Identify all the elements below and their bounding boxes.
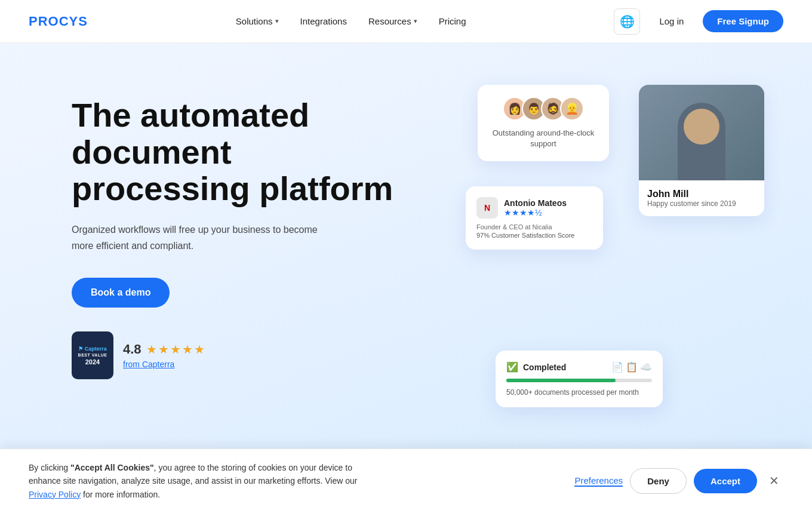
nav-resources[interactable]: Resources ▾	[360, 11, 426, 31]
capterra-info: 4.8 ★★★★★ from Capterra	[123, 342, 206, 369]
solutions-label: Solutions	[236, 16, 273, 26]
avatar-4: 👱	[560, 97, 584, 121]
testimonial-logo: N	[476, 197, 498, 219]
completed-card: ✅ Completed 📄 📋 ☁️ 50,000+ documents pro…	[496, 351, 663, 407]
avatar-row: 👩 👨 🧔 👱	[503, 97, 584, 121]
cloud-icon: ☁️	[640, 361, 652, 373]
demo-button[interactable]: Book a demo	[72, 278, 170, 308]
progress-bar-background	[506, 379, 652, 382]
doc-icon-2: 📋	[626, 361, 638, 373]
stars-icon: ★★★★★	[146, 342, 206, 357]
accept-button[interactable]: Accept	[694, 469, 757, 492]
capterra-row: ⚑ Capterra BEST VALUE 2024 4.8 ★★★★★ fro…	[72, 331, 394, 379]
docs-count: 50,000+ documents processed per month	[506, 388, 652, 397]
cookie-actions: Preferences Deny Accept ✕	[574, 468, 783, 492]
completed-header: ✅ Completed 📄 📋 ☁️	[506, 361, 652, 373]
cookie-text-end: for more information.	[81, 490, 160, 492]
testimonial-score: 97% Customer Satisfaction Score	[476, 232, 592, 239]
support-text: Outstanding around-the-clock support	[490, 128, 597, 149]
john-card: John Mill Happy customer since 2019	[639, 85, 764, 216]
john-name: John Mill	[647, 189, 756, 199]
integrations-label: Integrations	[300, 16, 347, 26]
john-info: John Mill Happy customer since 2019	[639, 180, 764, 216]
capterra-badge: ⚑ Capterra BEST VALUE 2024	[72, 331, 113, 379]
privacy-policy-link[interactable]: Privacy Policy	[29, 490, 81, 492]
testimonial-info: Antonio Mateos ★★★★½	[504, 198, 567, 217]
logo[interactable]: PROCYS	[29, 14, 88, 29]
testimonial-role: Founder & CEO at Nicalia	[476, 223, 592, 231]
nav-solutions[interactable]: Solutions ▾	[227, 11, 287, 31]
resources-chevron-icon: ▾	[414, 17, 417, 25]
preferences-link[interactable]: Preferences	[574, 475, 623, 487]
login-button[interactable]: Log in	[647, 10, 696, 32]
check-icon: ✅	[506, 361, 518, 373]
testimonial-card: N Antonio Mateos ★★★★½ Founder & CEO at …	[466, 186, 603, 250]
john-subtitle: Happy customer since 2019	[647, 199, 756, 208]
cookie-text-before: By clicking	[29, 463, 70, 472]
john-photo	[639, 85, 764, 180]
globe-icon: 🌐	[620, 14, 635, 29]
nav-pricing[interactable]: Pricing	[430, 11, 475, 31]
language-selector-button[interactable]: 🌐	[614, 8, 640, 35]
capterra-best-value: BEST VALUE	[78, 353, 107, 357]
solutions-chevron-icon: ▾	[275, 17, 279, 25]
hero-left: The automated document processing platfo…	[72, 85, 394, 379]
nav-right: 🌐 Log in Free Signup	[614, 8, 783, 35]
capterra-rating: 4.8 ★★★★★	[123, 342, 206, 357]
support-card: 👩 👨 🧔 👱 Outstanding around-the-clock sup…	[478, 85, 609, 161]
cookie-text: By clicking "Accept All Cookies", you ag…	[29, 461, 375, 492]
pricing-label: Pricing	[439, 16, 466, 26]
progress-bar-fill	[506, 379, 616, 382]
nav-links: Solutions ▾ Integrations Resources ▾ Pri…	[227, 11, 475, 31]
rating-number: 4.8	[123, 342, 142, 357]
hero-title: The automated document processing platfo…	[72, 97, 394, 207]
navbar: PROCYS Solutions ▾ Integrations Resource…	[0, 0, 812, 43]
deny-button[interactable]: Deny	[630, 468, 687, 492]
capterra-link[interactable]: from Capterra	[123, 360, 206, 369]
signup-button[interactable]: Free Signup	[703, 10, 783, 32]
nav-integrations[interactable]: Integrations	[292, 11, 355, 31]
testimonial-name: Antonio Mateos	[504, 198, 567, 208]
close-button[interactable]: ✕	[764, 471, 783, 490]
document-icons: 📄 📋 ☁️	[611, 361, 652, 373]
completed-label: Completed	[523, 363, 566, 372]
close-icon: ✕	[769, 474, 779, 488]
hero-cards: 👩 👨 🧔 👱 Outstanding around-the-clock sup…	[466, 85, 764, 413]
cookie-bold-text: "Accept All Cookies"	[70, 463, 154, 472]
testimonial-stars-icon: ★★★★½	[504, 208, 567, 217]
cookie-banner: By clicking "Accept All Cookies", you ag…	[0, 449, 812, 492]
capterra-year: 2024	[85, 358, 100, 365]
hero-subtitle: Organized workflows will free up your bu…	[72, 222, 340, 254]
capterra-logo-text: ⚑ Capterra	[78, 346, 107, 352]
resources-label: Resources	[368, 16, 411, 26]
doc-icon-1: 📄	[611, 361, 623, 373]
john-head	[684, 109, 719, 145]
hero-section: The automated document processing platfo…	[0, 43, 812, 461]
testimonial-header: N Antonio Mateos ★★★★½	[476, 197, 592, 219]
